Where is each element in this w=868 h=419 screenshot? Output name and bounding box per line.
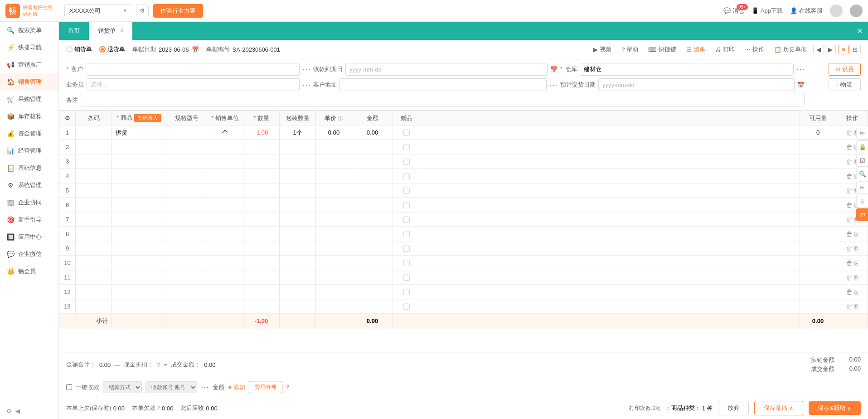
sidebar-settings-icon[interactable]: ⚙ <box>6 408 12 414</box>
nav-next-icon[interactable]: ▶ <box>825 45 836 54</box>
copy-row-icon[interactable]: ⎘ <box>854 260 858 267</box>
row-spec[interactable] <box>166 256 207 270</box>
sidebar-item-appstore[interactable]: 🔲 应用中心 <box>0 228 58 246</box>
row-gift[interactable] <box>393 227 420 241</box>
copy-row-icon[interactable]: ⎘ <box>854 231 858 238</box>
expected-date-calendar-icon[interactable]: 📅 <box>797 82 805 88</box>
row-unit[interactable] <box>207 212 243 227</box>
row-gift[interactable] <box>393 125 420 140</box>
row-pkgqty[interactable] <box>280 241 316 256</box>
fee-split-button[interactable]: 费用分摊 <box>249 381 282 393</box>
delete-row-icon[interactable]: 🗑 <box>846 173 853 180</box>
row-amount[interactable] <box>352 241 393 256</box>
row-gift[interactable] <box>393 256 420 270</box>
row-pkgqty[interactable] <box>280 212 316 227</box>
row-barcode[interactable] <box>76 270 112 285</box>
row-price[interactable] <box>316 140 352 154</box>
date-calendar-icon[interactable]: 📅 <box>192 46 199 53</box>
delete-row-icon[interactable]: 🗑 <box>846 202 853 209</box>
row-qty[interactable] <box>243 183 280 198</box>
row-price[interactable] <box>316 270 352 285</box>
stat-own2-help-icon[interactable]: ? <box>157 405 160 411</box>
delete-row-icon[interactable]: 🗑 <box>846 158 853 165</box>
delete-row-icon[interactable]: 🗑 <box>846 260 853 267</box>
toolbar-video[interactable]: ▶ 视频 <box>590 43 615 55</box>
trial-button[interactable]: 体验行业方案 <box>153 4 203 18</box>
right-panel-search-icon[interactable]: 🔍 <box>856 168 868 180</box>
add-payment-button[interactable]: ● 添加 <box>228 383 245 391</box>
sidebar-item-inventory[interactable]: 📦 库存核算 <box>0 108 58 125</box>
row-barcode[interactable] <box>76 212 112 227</box>
row-pkgqty[interactable] <box>280 183 316 198</box>
copy-row-icon[interactable]: ⎘ <box>854 274 858 281</box>
tab-close-icon[interactable]: × <box>120 28 123 34</box>
row-product[interactable] <box>112 256 166 270</box>
row-barcode[interactable] <box>76 299 112 314</box>
row-qty[interactable] <box>243 212 280 227</box>
row-gift[interactable] <box>393 212 420 227</box>
toolbar-shortcut[interactable]: ⌨ 快捷键 <box>645 43 680 55</box>
save-draft-button[interactable]: 保存草稿 ∧ <box>754 401 803 415</box>
row-amount[interactable]: 0.00 <box>352 125 393 140</box>
row-product[interactable] <box>112 183 166 198</box>
gift-checkbox[interactable] <box>403 275 410 281</box>
payment-method-select[interactable]: 结算方式 <box>103 381 142 393</box>
customer-addr-input[interactable] <box>339 78 547 91</box>
cash-discount-help-icon[interactable]: ? <box>157 361 160 368</box>
row-unit[interactable] <box>207 256 243 270</box>
right-panel-scissors-icon[interactable]: ✂ <box>856 181 868 194</box>
row-amount[interactable] <box>352 169 393 183</box>
nav-prev-icon[interactable]: ◀ <box>813 45 824 54</box>
row-unit[interactable] <box>207 140 243 154</box>
row-spec[interactable] <box>166 183 207 198</box>
row-unit[interactable] <box>207 227 243 241</box>
sidebar-item-finance[interactable]: 💰 资金管理 <box>0 125 58 142</box>
gift-checkbox[interactable] <box>403 217 410 223</box>
delete-row-icon[interactable]: 🗑 <box>846 274 853 281</box>
row-gift[interactable] <box>393 241 420 256</box>
salesperson-more-icon[interactable]: ⋯ <box>302 80 310 90</box>
toolbar-select[interactable]: ☰ 选单 <box>683 43 709 55</box>
row-price[interactable] <box>316 299 352 314</box>
row-gift[interactable] <box>393 154 420 169</box>
row-unit[interactable]: 个 <box>207 125 243 140</box>
gift-checkbox[interactable] <box>403 202 410 208</box>
row-gift[interactable] <box>393 198 420 212</box>
sidebar-item-enterprise[interactable]: 🏢 企业协同 <box>0 194 58 211</box>
row-qty[interactable] <box>243 285 280 299</box>
one-click-checkbox[interactable] <box>66 384 72 390</box>
row-qty[interactable] <box>243 227 280 241</box>
app-download-button[interactable]: 📱 App下载 <box>752 7 783 15</box>
th-gear[interactable]: ⚙ <box>59 111 76 125</box>
row-qty[interactable]: -1.00 <box>243 125 280 140</box>
row-price[interactable] <box>316 198 352 212</box>
row-spec[interactable] <box>166 140 207 154</box>
row-barcode[interactable] <box>76 198 112 212</box>
radio-sales-order[interactable]: 销货单 <box>66 45 92 53</box>
row-price[interactable]: 0.00 <box>316 125 352 140</box>
sidebar-item-operation[interactable]: 📊 经营管理 <box>0 142 58 159</box>
customer-more-icon[interactable]: ⋯ <box>302 64 310 74</box>
toolbar-operation[interactable]: ⋯ 操作 <box>741 43 768 55</box>
row-product[interactable] <box>112 270 166 285</box>
row-qty[interactable] <box>243 299 280 314</box>
row-price[interactable] <box>316 154 352 169</box>
delete-row-icon[interactable]: 🗑 <box>846 231 853 238</box>
gift-checkbox[interactable] <box>403 144 410 150</box>
gift-checkbox[interactable] <box>403 159 410 165</box>
radio-return-order[interactable]: 退货单 <box>99 45 125 53</box>
row-product[interactable] <box>112 154 166 169</box>
delete-row-icon[interactable]: 🗑 <box>846 303 853 310</box>
row-qty[interactable] <box>243 256 280 270</box>
delete-row-icon[interactable]: 🗑 <box>846 216 853 223</box>
row-barcode[interactable] <box>76 285 112 299</box>
row-qty[interactable] <box>243 140 280 154</box>
payment-account-select[interactable]: 收款账号 账号 <box>145 381 197 393</box>
row-pkgqty[interactable] <box>280 169 316 183</box>
close-window-icon[interactable]: ✕ <box>857 27 868 35</box>
row-barcode[interactable] <box>76 183 112 198</box>
row-product[interactable] <box>112 299 166 314</box>
gift-checkbox[interactable] <box>403 231 410 237</box>
tab-sales-order[interactable]: 销货单 × <box>89 22 132 40</box>
row-price[interactable] <box>316 169 352 183</box>
